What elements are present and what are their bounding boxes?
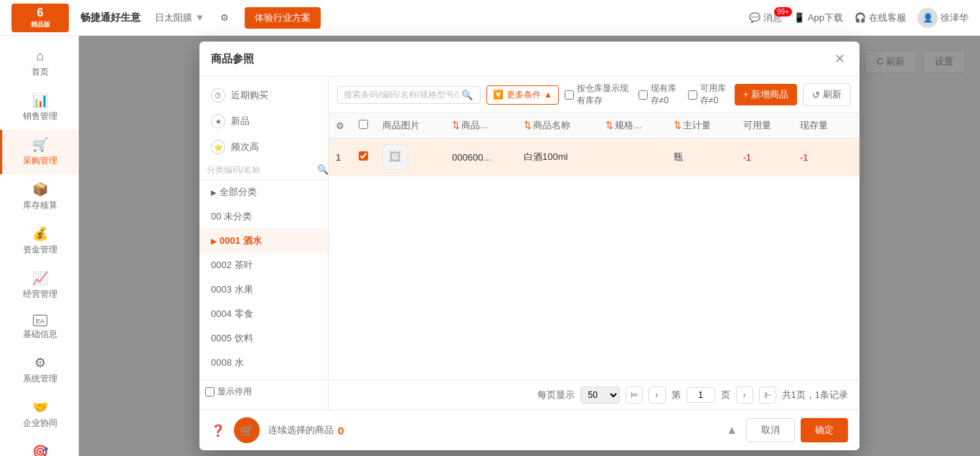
- cancel-button[interactable]: 取消: [746, 418, 795, 442]
- row-code: 000600...: [445, 138, 517, 176]
- sort-code-icon: ⇅: [452, 120, 460, 130]
- current-stock-checkbox[interactable]: [639, 90, 648, 100]
- goods-modal: 商品参照 ✕ ⏱ 近期购买 ★ 新品: [199, 42, 859, 450]
- content-area: 查询 C 刷新 设置 商品参照 ✕ ⏱ 近期购: [79, 36, 980, 456]
- sidebar-item-business[interactable]: 📈 经营管理: [0, 263, 78, 308]
- app-download-link[interactable]: 📱 App下载: [793, 11, 843, 24]
- confirm-button[interactable]: 确定: [801, 418, 848, 442]
- row-stock: -1: [793, 138, 859, 176]
- col-code[interactable]: ⇅商品...: [445, 113, 517, 138]
- sidebar-label-home: 首页: [32, 66, 49, 78]
- home-icon: ⌂: [37, 49, 44, 64]
- sidebar-item-inventory[interactable]: 📦 库存核算: [0, 174, 78, 219]
- check-current-stock[interactable]: 现有库存≠0: [639, 82, 679, 107]
- check2-label: 现有库存≠0: [651, 82, 679, 107]
- category-0003[interactable]: 0003 水果: [199, 277, 328, 302]
- help-icon[interactable]: ❓: [211, 424, 225, 437]
- sort-name-icon: ⇅: [524, 120, 532, 130]
- sidebar-label-enterprise: 企业协同: [23, 417, 57, 429]
- sales-icon: 📊: [32, 92, 48, 108]
- sidebar-item-purchase[interactable]: 🛒 采购管理: [0, 130, 78, 174]
- row-checkbox[interactable]: [359, 151, 368, 161]
- available-stock-checkbox[interactable]: [688, 90, 697, 100]
- user-profile[interactable]: 👤 徐泽华: [918, 8, 969, 28]
- filter-label: 更多条件: [507, 89, 541, 101]
- sidebar-item-finance[interactable]: 💰 资金管理: [0, 219, 78, 263]
- message-button[interactable]: 💬 消息 99+: [749, 11, 782, 24]
- category-00[interactable]: 00 未分类: [199, 204, 328, 229]
- select-all-checkbox[interactable]: [359, 120, 368, 129]
- product-table: ⚙ 商品图片 ⇅商品... ⇅商品名称: [329, 113, 859, 380]
- col-spec[interactable]: ⇅规格...: [598, 113, 666, 138]
- category-all-label: 全部分类: [220, 186, 257, 199]
- more-filter-button[interactable]: 🔽 更多条件 ▲: [486, 85, 559, 105]
- col-name[interactable]: ⇅商品名称: [517, 113, 599, 138]
- sidebar: ⌂ 首页 📊 销售管理 🛒 采购管理 📦 库存核算 💰 资金管理 📈 经营管理 …: [0, 36, 79, 456]
- search-input[interactable]: [344, 90, 458, 100]
- modal-body: ⏱ 近期购买 ★ 新品 ⭐ 频次高: [199, 77, 859, 409]
- category-all[interactable]: ▶ 全部分类: [199, 180, 328, 204]
- col-checkbox[interactable]: [352, 113, 375, 138]
- search-icon[interactable]: 🔍: [461, 90, 473, 100]
- category-0001[interactable]: ▶ 0001 酒水: [199, 229, 328, 253]
- category-search-input[interactable]: [207, 165, 314, 175]
- store-selector[interactable]: 日太阳膜 ▼: [155, 11, 204, 24]
- page-number-input[interactable]: [687, 387, 715, 403]
- sidebar-label-inventory: 库存核算: [23, 199, 57, 212]
- trial-button[interactable]: 体验行业方案: [245, 7, 321, 29]
- row-index: 1: [329, 138, 352, 176]
- add-product-button[interactable]: + 新增商品: [735, 84, 797, 105]
- sidebar-item-guide[interactable]: 🎯 新手引导: [0, 437, 78, 456]
- sidebar-item-sales[interactable]: 📊 销售管理: [0, 85, 78, 130]
- footer-collapse-icon[interactable]: ▲: [726, 424, 738, 437]
- page-size-select[interactable]: 50 100 200: [580, 386, 620, 404]
- warehouse-stock-checkbox[interactable]: [565, 90, 574, 100]
- app-logo: 6 精品版: [11, 4, 69, 32]
- prev-page-btn[interactable]: ‹: [649, 386, 666, 404]
- settings-icon[interactable]: ⚙: [213, 6, 236, 29]
- check-available-stock[interactable]: 可用库存≠0: [688, 82, 729, 107]
- row-checkbox-cell[interactable]: [352, 138, 375, 176]
- new-product-item[interactable]: ★ 新品: [199, 108, 328, 134]
- modal-close-button[interactable]: ✕: [831, 50, 848, 67]
- first-page-btn[interactable]: ⊨: [626, 386, 643, 404]
- category-0004[interactable]: 0004 零食: [199, 302, 328, 326]
- basic-icon: EA: [33, 315, 47, 326]
- refresh-button[interactable]: ↺ 刷新: [803, 83, 851, 106]
- avatar: 👤: [918, 8, 938, 28]
- category-0002[interactable]: 0002 茶叶: [199, 253, 328, 277]
- next-page-btn[interactable]: ›: [736, 386, 753, 404]
- category-search-icon[interactable]: 🔍: [317, 164, 329, 175]
- category-0008[interactable]: 0008 水: [199, 351, 328, 375]
- display-disabled-checkbox[interactable]: [205, 387, 215, 396]
- last-page-btn[interactable]: ⊩: [759, 386, 776, 404]
- cart-icon[interactable]: 🛒: [234, 417, 260, 443]
- page-unit: 页: [721, 389, 730, 402]
- system-icon: ⚙: [34, 355, 46, 371]
- sidebar-item-enterprise[interactable]: 🤝 企业协同: [0, 392, 78, 437]
- sidebar-item-basic[interactable]: EA 基础信息: [0, 308, 78, 348]
- category-list: ▶ 全部分类 00 未分类 ▶ 0001 酒水 0002 茶: [199, 180, 328, 379]
- total-info: 共1页，1条记录: [782, 389, 848, 402]
- category-0005[interactable]: 0005 饮料: [199, 326, 328, 351]
- col-settings[interactable]: ⚙: [329, 113, 352, 138]
- sort-unit-icon: ⇅: [674, 120, 682, 130]
- category-search-bar: 🔍: [199, 160, 328, 180]
- online-service-link[interactable]: 🎧 在线客服: [854, 11, 906, 24]
- selected-count: 0: [338, 424, 344, 437]
- modal-right-panel: 🔍 🔽 更多条件 ▲ 按仓库显示现有库存: [329, 77, 859, 409]
- filter-icon: 🔽: [493, 90, 504, 100]
- modal-header: 商品参照 ✕: [199, 42, 859, 77]
- refresh-icon: ↺: [812, 90, 820, 100]
- sidebar-item-system[interactable]: ⚙ 系统管理: [0, 348, 78, 392]
- table-row[interactable]: 1 🖼 000600... 白酒100ml: [329, 138, 859, 176]
- recent-purchase-item[interactable]: ⏱ 近期购买: [199, 82, 328, 108]
- navbar-right: 💬 消息 99+ 📱 App下载 🎧 在线客服 👤 徐泽华: [749, 8, 969, 28]
- new-product-label: 新品: [231, 115, 250, 128]
- check-warehouse-stock[interactable]: 按仓库显示现有库存: [565, 82, 630, 107]
- sidebar-item-home[interactable]: ⌂ 首页: [0, 42, 78, 85]
- footer-buttons: 取消 确定: [746, 418, 848, 442]
- col-unit[interactable]: ⇅主计量: [666, 113, 736, 138]
- high-frequency-item[interactable]: ⭐ 频次高: [199, 134, 328, 160]
- selected-goods-info: 连续选择的商品 0: [268, 424, 717, 437]
